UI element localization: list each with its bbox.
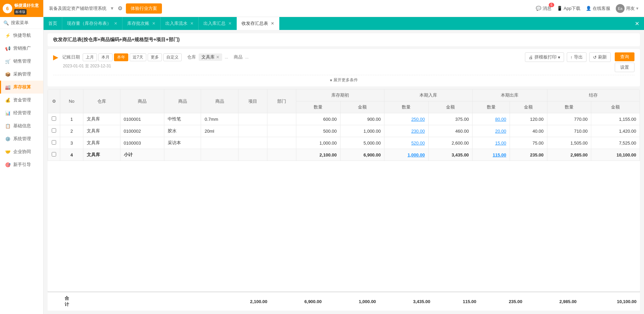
tab-recv-summary-close[interactable]: ✕ [271, 21, 274, 26]
row2-check[interactable] [48, 125, 60, 137]
sidebar-item-basic[interactable]: 📋 基础信息 [0, 119, 43, 132]
refresh-label: 刷新 [598, 54, 607, 60]
row1-check[interactable] [48, 113, 60, 125]
row1-warehouse: 文具库 [83, 113, 120, 125]
total-in-qty: 1,000.00 [325, 292, 379, 311]
sidebar-logo: 6 畅捷通好生意 标准版 [0, 0, 43, 17]
row3-checkbox[interactable] [52, 140, 56, 145]
enterprise-label: 企业协同 [13, 149, 31, 155]
settings-small-button[interactable]: 设置 [615, 63, 634, 72]
tab-flow[interactable]: 出入库流水 ✕ [161, 17, 199, 30]
system-title: 装备及固定资产辅助管理系统 [49, 5, 106, 12]
expand-icon: ▾ [330, 78, 332, 83]
warehouse-tag-close[interactable]: ✕ [216, 55, 219, 60]
sidebar-item-system[interactable]: ⚙️ 系统管理 [0, 132, 43, 145]
export-button[interactable]: ↑ 导出 [567, 52, 587, 62]
sidebar-item-operation[interactable]: 📊 经营管理 [0, 106, 43, 119]
warehouse-tag-name: 文具库 [201, 54, 215, 60]
settings-icon[interactable]: ⚙ [118, 5, 122, 12]
table-settings-col[interactable]: ⚙ [48, 89, 60, 113]
row2-project [238, 125, 267, 137]
tab-summary[interactable]: 出入库汇总 ✕ [199, 17, 237, 30]
subtotal-checkbox[interactable] [52, 152, 56, 156]
sidebar-item-enterprise[interactable]: 🤝 企业协同 [0, 145, 43, 158]
th-out-qty: 数量 [473, 101, 510, 113]
tab-flow-close[interactable]: ✕ [190, 21, 194, 26]
th-opening-amt: 金额 [340, 101, 384, 113]
sidebar-item-marketing[interactable]: 📢 营销推广 [0, 42, 43, 55]
sidebar-item-inventory[interactable]: 🏭 库存核算 [0, 81, 43, 94]
row1-in-qty[interactable]: 250.00 [384, 113, 428, 125]
sidebar-item-sales[interactable]: 🛒 销售管理 [0, 55, 43, 68]
main-content: 装备及固定资产辅助管理系统 ▼ ⚙ 体验行业方案 💬 消息 6 📱 App下载 … [44, 0, 644, 314]
avatar: Ea [616, 4, 625, 13]
query-button[interactable]: 查询 [615, 52, 634, 61]
goods-more-btn[interactable]: ... [245, 55, 249, 60]
warehouse-more-btn[interactable]: ... [225, 55, 228, 60]
row3-dept [267, 137, 296, 149]
date-label: 记账日期 [62, 54, 80, 60]
row1-checkbox[interactable] [52, 116, 56, 121]
row3-opening-amt: 5,000.00 [340, 137, 384, 149]
row3-check[interactable] [48, 137, 60, 149]
export-label: 导出 [574, 54, 583, 60]
row3-in-qty[interactable]: 520.00 [384, 137, 428, 149]
tab-bar-close-all[interactable]: ✕ [630, 17, 644, 30]
tab-stock-dist-close[interactable]: ✕ [114, 21, 117, 26]
sidebar-item-quick-nav[interactable]: ⚡ 快捷导航 [0, 29, 43, 42]
date-btn-custom[interactable]: 自定义 [163, 53, 182, 61]
finance-icon: 💰 [5, 97, 11, 103]
expand-more-btn[interactable]: ▾ 展开更多条件 [330, 77, 358, 83]
sidebar-item-purchase[interactable]: 📦 采购管理 [0, 68, 43, 81]
date-btn-7days[interactable]: 近7天 [130, 53, 146, 61]
user-label: 用友 [626, 5, 635, 12]
tab-recv-summary[interactable]: 收发存汇总表 ✕ [237, 17, 279, 30]
filter-expand-arrow[interactable]: ▶ [53, 52, 58, 61]
row2-in-qty[interactable]: 230.00 [384, 125, 428, 137]
row2-checkbox[interactable] [52, 128, 56, 133]
total-out-amt: 235.00 [480, 292, 526, 311]
page-area: 收发存汇总表(按仓库+商品编码+商品+规格型号+项目+部门) ▶ 记账日期 [44, 30, 644, 314]
th-opening-qty: 数量 [296, 101, 340, 113]
date-btn-more[interactable]: 更多 [148, 53, 162, 61]
refresh-icon: ↺ [593, 55, 597, 60]
message-badge: 6 [549, 3, 554, 7]
row2-opening-qty: 500.00 [296, 125, 340, 137]
table-row: 1 文具库 0100001 中性笔 0.7mm 600.00 900.00 25… [48, 113, 640, 125]
subtotal-in-qty[interactable]: 1,000.00 [384, 149, 428, 161]
search-menu[interactable]: 🔍 搜索菜单 [0, 17, 43, 29]
print-button[interactable]: 🖨 拼模板打印 ▾ [525, 52, 564, 62]
tab-stock-dist[interactable]: 现存量（库存分布表） ✕ [62, 17, 122, 30]
print-label: 拼模板打印 [534, 54, 557, 60]
subtotal-out-qty[interactable]: 115.00 [473, 149, 510, 161]
row1-out-qty[interactable]: 80.00 [473, 113, 510, 125]
subtotal-project [238, 149, 267, 161]
row3-out-qty[interactable]: 15.00 [473, 137, 510, 149]
tab-batch-close[interactable]: ✕ [152, 21, 155, 26]
company-name: 畅捷通好生意 [14, 3, 39, 9]
logo-icon: 6 [3, 4, 12, 13]
try-industry-button[interactable]: 体验行业方案 [126, 3, 162, 14]
online-service-action[interactable]: 👤 在线客服 [586, 5, 610, 12]
date-btn-this-year[interactable]: 本年 [114, 53, 128, 61]
app-download-action[interactable]: 📱 App下载 [557, 5, 580, 12]
date-btn-last-month[interactable]: 上月 [83, 53, 97, 61]
tab-summary-close[interactable]: ✕ [228, 21, 232, 26]
app-download-icon: 📱 [557, 6, 562, 11]
date-btn-this-month[interactable]: 本月 [98, 53, 113, 61]
sidebar-item-finance[interactable]: 💰 资金管理 [0, 94, 43, 106]
message-action[interactable]: 💬 消息 6 [536, 5, 551, 12]
th-out-group: 本期出库 [473, 89, 547, 101]
user-action[interactable]: Ea 用友 ▾ [616, 4, 639, 13]
tab-batch[interactable]: 库存批次账 ✕ [122, 17, 161, 30]
total-empty7 [196, 292, 216, 311]
subtotal-check[interactable] [48, 149, 60, 161]
row2-out-qty[interactable]: 20.00 [473, 125, 510, 137]
refresh-button[interactable]: ↺ 刷新 [589, 52, 611, 62]
row3-in-amt: 2,600.00 [428, 137, 472, 149]
th-in-qty: 数量 [384, 101, 428, 113]
warehouse-label: 仓库 [187, 54, 196, 60]
tab-home[interactable]: 首页 [44, 17, 62, 30]
sidebar-item-newbie[interactable]: 🎯 新手引导 [0, 158, 43, 171]
table-row: 2 文具库 0100002 胶水 20ml 500.00 1,000.00 23… [48, 125, 640, 137]
